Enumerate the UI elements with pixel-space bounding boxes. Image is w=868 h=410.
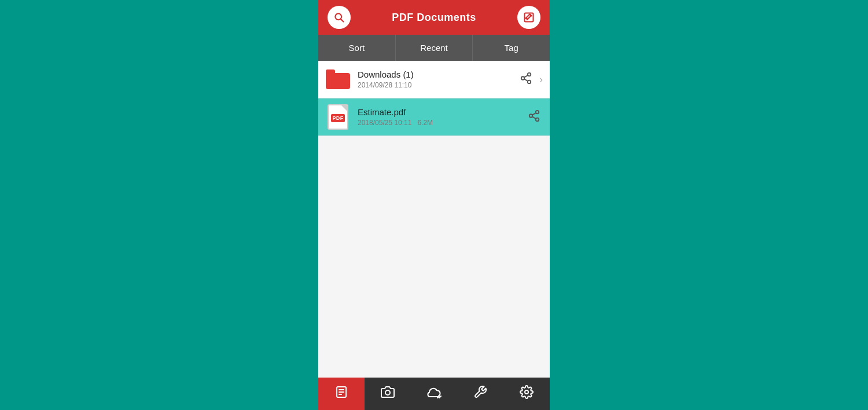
item-info: Downloads (1) 2014/09/28 11:10 [358,69,517,89]
header: PDF Documents [318,0,550,35]
edit-icon [523,12,535,23]
share-button[interactable] [525,107,543,127]
item-meta: 2018/05/25 10:11 6.2M [358,119,525,127]
search-icon [333,12,345,23]
item-actions [525,107,543,127]
app-container: PDF Documents Sort Recent Tag Downloa [318,0,550,410]
pdf-file-icon: PDF [328,104,348,130]
list-item[interactable]: PDF Estimate.pdf 2018/05/25 10:11 6.2M [318,98,550,136]
pdf-icon-container: PDF [325,104,351,130]
nav-item-documents[interactable] [318,378,365,410]
recent-button[interactable]: Recent [396,35,473,61]
item-name: Estimate.pdf [358,107,525,117]
camera-icon [381,385,395,402]
share-button[interactable] [517,69,535,90]
nav-item-tools[interactable] [457,378,503,410]
header-title: PDF Documents [392,12,476,24]
share-icon [520,72,532,85]
nav-item-settings[interactable] [503,378,550,410]
sort-button[interactable]: Sort [318,35,396,61]
bottom-nav [318,378,550,410]
item-info: Estimate.pdf 2018/05/25 10:11 6.2M [358,107,525,127]
list-item[interactable]: Downloads (1) 2014/09/28 11:10 › [318,61,550,98]
svg-line-6 [524,79,528,81]
documents-icon [334,385,348,402]
cloud-icon [426,385,442,402]
share-icon [528,109,540,122]
nav-item-cloud[interactable] [411,378,457,410]
svg-line-12 [532,112,536,115]
nav-item-camera[interactable] [365,378,411,410]
item-meta: 2014/09/28 11:10 [358,81,517,89]
pdf-label: PDF [331,114,345,122]
toolbar: Sort Recent Tag [318,35,550,61]
svg-line-11 [532,116,536,119]
svg-point-17 [385,390,390,395]
tag-button[interactable]: Tag [473,35,550,61]
folder-icon [326,69,350,89]
chevron-right-icon: › [539,74,543,86]
item-actions: › [517,69,543,90]
edit-button[interactable] [517,6,540,29]
file-list: Downloads (1) 2014/09/28 11:10 › [318,61,550,378]
item-name: Downloads (1) [358,69,517,79]
folder-icon-container [325,67,351,92]
svg-point-20 [525,390,528,394]
settings-icon [520,385,534,402]
search-button[interactable] [328,6,351,29]
svg-line-7 [524,75,528,77]
svg-line-1 [341,19,344,22]
tools-icon [473,385,487,402]
